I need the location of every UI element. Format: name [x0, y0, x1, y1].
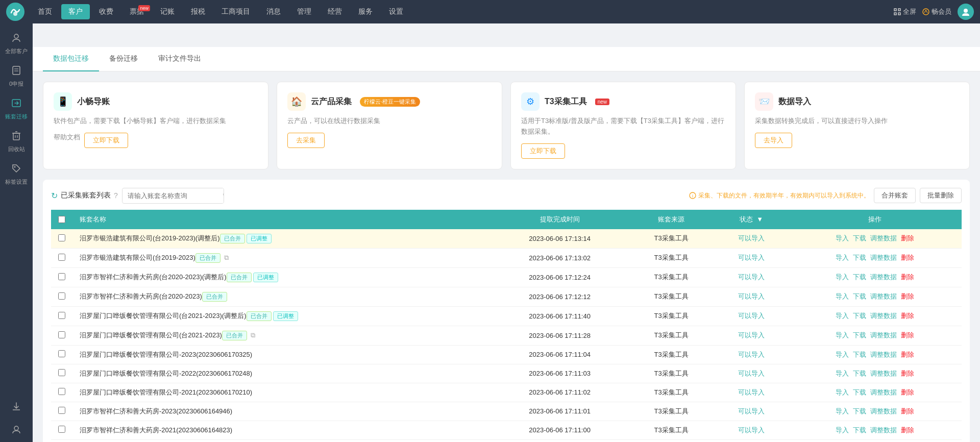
sidebar-item-recycle-bin[interactable]: 回收站: [0, 126, 33, 158]
action-下载[interactable]: 下载: [853, 407, 866, 415]
nav-settings[interactable]: 设置: [382, 4, 410, 19]
help-icon[interactable]: ?: [114, 191, 118, 200]
action-调整数据[interactable]: 调整数据: [870, 407, 897, 415]
action-导入[interactable]: 导入: [836, 234, 849, 242]
action-调整数据[interactable]: 调整数据: [870, 312, 897, 320]
sidebar-item-all-customers[interactable]: 全部客户: [0, 28, 33, 60]
action-导入[interactable]: 导入: [836, 351, 849, 358]
nav-invoice[interactable]: 票据: [122, 4, 151, 19]
tab-audit-export[interactable]: 审计文件导出: [148, 47, 211, 71]
batch-delete-btn[interactable]: 批量删除: [920, 188, 962, 203]
sidebar-item-user[interactable]: [0, 419, 33, 442]
action-调整数据[interactable]: 调整数据: [870, 254, 897, 261]
action-调整数据[interactable]: 调整数据: [870, 331, 897, 339]
app-logo[interactable]: [6, 3, 24, 21]
action-下载[interactable]: 下载: [853, 331, 866, 339]
help-doc-link[interactable]: 帮助文档: [54, 133, 80, 148]
action-导入[interactable]: 导入: [836, 426, 849, 434]
refresh-icon[interactable]: ↻: [51, 191, 58, 201]
action-下载[interactable]: 下载: [853, 254, 866, 261]
action-删除[interactable]: 删除: [901, 273, 914, 281]
action-删除[interactable]: 删除: [901, 331, 914, 339]
select-all-checkbox[interactable]: [58, 216, 65, 223]
nav-tax[interactable]: 报税: [184, 4, 212, 19]
action-下载[interactable]: 下载: [853, 292, 866, 300]
nav-customer[interactable]: 客户: [61, 4, 90, 19]
action-调整数据[interactable]: 调整数据: [870, 292, 897, 300]
action-删除[interactable]: 删除: [901, 234, 914, 242]
row-checkbox[interactable]: [58, 426, 65, 433]
sidebar-item-download[interactable]: [0, 396, 33, 419]
copy-icon[interactable]: ⧉: [251, 331, 255, 339]
sidebar-item-zero-report[interactable]: 0申报: [0, 60, 33, 93]
action-下载[interactable]: 下载: [853, 273, 866, 281]
action-删除[interactable]: 删除: [901, 312, 914, 320]
action-删除[interactable]: 删除: [901, 254, 914, 261]
action-调整数据[interactable]: 调整数据: [870, 388, 897, 396]
nav-fee[interactable]: 收费: [92, 4, 120, 19]
sidebar-item-tag-settings[interactable]: 标签设置: [0, 158, 33, 191]
action-删除[interactable]: 删除: [901, 426, 914, 434]
row-checkbox[interactable]: [58, 254, 65, 261]
fullscreen-btn[interactable]: 全屏: [894, 7, 916, 16]
nav-home[interactable]: 首页: [31, 4, 59, 19]
action-删除[interactable]: 删除: [901, 388, 914, 396]
action-删除[interactable]: 删除: [901, 407, 914, 415]
download-xiaochangdaozhang-btn[interactable]: 立即下载: [84, 133, 128, 148]
nav-bookkeeping[interactable]: 记账: [153, 4, 182, 19]
action-删除[interactable]: 删除: [901, 351, 914, 358]
action-导入[interactable]: 导入: [836, 312, 849, 320]
action-下载[interactable]: 下载: [853, 426, 866, 434]
tab-data-migrate[interactable]: 数据包迁移: [43, 47, 99, 71]
action-删除[interactable]: 删除: [901, 370, 914, 377]
action-下载[interactable]: 下载: [853, 234, 866, 242]
row-checkbox[interactable]: [58, 312, 65, 319]
action-调整数据[interactable]: 调整数据: [870, 370, 897, 377]
status-sort-icon[interactable]: ▼: [756, 215, 763, 223]
row-checkbox[interactable]: [58, 369, 65, 376]
action-导入[interactable]: 导入: [836, 388, 849, 396]
row-checkbox[interactable]: [58, 350, 65, 357]
copy-icon[interactable]: ⧉: [224, 254, 229, 261]
row-checkbox[interactable]: [58, 292, 65, 300]
tab-backup-migrate[interactable]: 备份迁移: [99, 47, 148, 71]
action-下载[interactable]: 下载: [853, 351, 866, 358]
row-checkbox[interactable]: [58, 273, 65, 280]
action-下载[interactable]: 下载: [853, 312, 866, 320]
search-button[interactable]: [218, 188, 224, 203]
action-导入[interactable]: 导入: [836, 370, 849, 377]
action-下载[interactable]: 下载: [853, 388, 866, 396]
select-all-input[interactable]: [58, 216, 65, 223]
action-导入[interactable]: 导入: [836, 407, 849, 415]
action-调整数据[interactable]: 调整数据: [870, 426, 897, 434]
account-tag: 已调整: [247, 234, 272, 243]
nav-service[interactable]: 服务: [351, 4, 380, 19]
download-t3tool-btn[interactable]: 立即下载: [521, 143, 565, 159]
action-调整数据[interactable]: 调整数据: [870, 351, 897, 358]
action-导入[interactable]: 导入: [836, 254, 849, 261]
user-avatar[interactable]: [958, 4, 974, 20]
row-checkbox[interactable]: [58, 407, 65, 414]
row-checkbox[interactable]: [58, 234, 65, 241]
row-actions: 导入下载调整数据删除: [788, 421, 962, 439]
action-删除[interactable]: 删除: [901, 292, 914, 300]
action-下载[interactable]: 下载: [853, 370, 866, 377]
card-title-2: 云产品采集: [311, 96, 352, 107]
import-data-btn[interactable]: 去导入: [755, 133, 792, 148]
member-btn[interactable]: 畅会员: [922, 7, 951, 16]
nav-message[interactable]: 消息: [259, 4, 288, 19]
action-导入[interactable]: 导入: [836, 273, 849, 281]
merge-accounts-btn[interactable]: 合并账套: [874, 188, 916, 203]
row-checkbox[interactable]: [58, 331, 65, 338]
nav-business[interactable]: 工商项目: [214, 4, 257, 19]
nav-manage[interactable]: 管理: [290, 4, 318, 19]
sidebar-item-account-migrate[interactable]: 账套迁移: [0, 93, 33, 126]
action-调整数据[interactable]: 调整数据: [870, 273, 897, 281]
action-调整数据[interactable]: 调整数据: [870, 234, 897, 242]
search-input[interactable]: [122, 189, 218, 203]
row-checkbox[interactable]: [58, 388, 65, 395]
collect-yuncp-btn[interactable]: 去采集: [287, 133, 325, 148]
action-导入[interactable]: 导入: [836, 331, 849, 339]
nav-operation[interactable]: 经营: [321, 4, 349, 19]
action-导入[interactable]: 导入: [836, 292, 849, 300]
